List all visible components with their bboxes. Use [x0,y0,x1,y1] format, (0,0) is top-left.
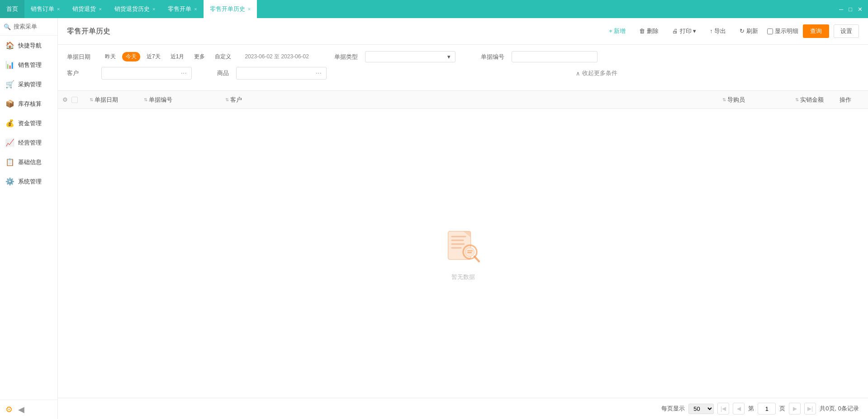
page-title: 零售开单历史 [67,27,110,42]
date-tabs: 昨天 今天 近7天 近1月 更多 自定义 [101,52,235,61]
tab-home[interactable]: 首页 [0,0,24,18]
search-label: 搜索采单 [14,23,37,31]
last-page-btn[interactable]: ▶| [804,403,816,414]
next-page-btn[interactable]: ▶ [789,403,801,414]
col-checkbox [71,97,86,103]
customer-filter-label: 客户 [67,69,94,77]
col-bill-no-label: 单据编号 [149,96,172,104]
pagination: 每页显示 50 10 20 100 |◀ ◀ 第 页 ▶ ▶| 共0页, 0条记… [58,398,868,419]
sales-icon: 📊 [5,61,14,69]
date-tab-1month[interactable]: 近1月 [167,52,188,61]
col-action-header: 操作 [827,96,863,104]
type-select[interactable]: ▾ [365,51,455,62]
date-tab-today[interactable]: 今天 [122,52,140,61]
date-tab-more[interactable]: 更多 [190,52,209,61]
sidebar-label-operations: 经营管理 [18,139,42,147]
basic-info-icon: 📋 [5,158,14,166]
filter-row-date: 单据日期 昨天 今天 近7天 近1月 更多 自定义 2023-06-02 至 2… [67,51,859,62]
delete-button[interactable]: 🗑 删除 [635,25,663,38]
tab-returns-close[interactable]: × [99,6,101,12]
export-button[interactable]: ↑ 导出 [705,25,730,38]
tab-returns-history[interactable]: 销货退货历史 × [108,0,161,18]
minimize-btn[interactable]: ─ [839,6,843,13]
date-tab-custom[interactable]: 自定义 [211,52,235,61]
maximize-btn[interactable]: □ [849,6,852,13]
sidebar-label-sales: 销售管理 [18,61,42,69]
sidebar: 🔍 搜索采单 🏠 快捷导航 📊 销售管理 🛒 采购管理 📦 库存核算 💰 资金管… [0,18,58,419]
sidebar-item-inventory[interactable]: 📦 库存核算 [0,94,57,113]
bill-no-input[interactable] [512,51,598,62]
total-label: 共0页, 0条记录 [820,405,859,413]
sidebar-bottom: ⚙ ◀ [0,400,57,419]
tab-retail-open[interactable]: 零售开单 × [161,0,203,18]
sidebar-search[interactable]: 🔍 搜索采单 [0,18,57,36]
display-detail-label: 显示明细 [775,27,798,35]
col-action-label: 操作 [840,96,851,104]
goods-filter-label: 商品 [217,69,229,77]
collapse-sidebar-icon[interactable]: ◀ [18,405,24,414]
per-page-label: 每页显示 [661,405,685,413]
add-button[interactable]: + 新增 [604,25,630,38]
settings-button[interactable]: 设置 [834,24,859,38]
date-tab-yesterday[interactable]: 昨天 [101,52,119,61]
sidebar-item-purchase[interactable]: 🛒 采购管理 [0,75,57,94]
tab-retail-open-label: 零售开单 [168,5,191,13]
empty-state: 暂无数据 [58,109,868,398]
sort-up-icon: ⇅ [90,97,93,102]
goods-input[interactable]: ··· [236,67,327,80]
date-filter-label: 单据日期 [67,53,94,61]
page-input[interactable] [758,403,776,414]
col-bill-no-header[interactable]: ⇅ 单据编号 [140,96,222,104]
tab-returns-label: 销货退货 [72,5,96,13]
close-btn-window[interactable]: ✕ [858,6,863,13]
col-guide-header[interactable]: ⇅ 导购员 [719,96,773,104]
sidebar-label-system: 系统管理 [18,178,42,186]
toolbar: + 新增 🗑 删除 🖨 打印 ▾ ↑ 导出 ↻ 刷新 显示明细 查询 设置 [604,24,859,44]
select-all-checkbox[interactable] [71,97,78,103]
col-customer-header[interactable]: ⇅ 客户 [222,96,719,104]
tab-returns-history-label: 销货退货历史 [114,5,150,13]
display-detail-checkbox[interactable] [767,28,773,34]
query-button[interactable]: 查询 [803,24,829,38]
sidebar-item-sales[interactable]: 📊 销售管理 [0,55,57,75]
svg-line-8 [474,256,479,261]
print-button[interactable]: 🖨 打印 ▾ [668,25,701,38]
sidebar-item-operations[interactable]: 📈 经营管理 [0,133,57,152]
sidebar-item-basic-info[interactable]: 📋 基础信息 [0,152,57,172]
inventory-icon: 📦 [5,99,14,108]
per-page-select[interactable]: 50 10 20 100 [688,404,714,414]
tab-returns[interactable]: 销货退货 × [66,0,108,18]
date-tab-7days[interactable]: 近7天 [143,52,164,61]
sidebar-item-navigation[interactable]: 🏠 快捷导航 [0,36,57,55]
customer-ellipsis[interactable]: ··· [181,69,187,77]
operations-icon: 📈 [5,138,14,147]
tab-retail-open-close[interactable]: × [194,6,197,12]
customer-input[interactable]: ··· [101,67,192,80]
display-detail-toggle[interactable]: 显示明细 [767,27,798,35]
prev-page-btn[interactable]: ◀ [733,403,745,414]
window-controls: ─ □ ✕ [834,6,868,13]
settings-gear-icon[interactable]: ⚙ [5,405,13,414]
sort-amount-icon: ⇅ [795,97,799,102]
first-page-btn[interactable]: |◀ [717,403,729,414]
refresh-button[interactable]: ↻ 刷新 [735,25,763,38]
sidebar-item-system[interactable]: ⚙️ 系统管理 [0,172,57,191]
goods-ellipsis[interactable]: ··· [316,69,322,77]
tab-sales-order[interactable]: 销售订单 × [24,0,66,18]
col-date-header[interactable]: ⇅ 单据日期 [86,96,140,104]
main-layout: 🔍 搜索采单 🏠 快捷导航 📊 销售管理 🛒 采购管理 📦 库存核算 💰 资金管… [0,18,868,419]
collapse-label: 收起更多条件 [582,69,617,77]
tab-retail-history-close[interactable]: × [248,6,251,12]
col-date-label: 单据日期 [95,96,118,104]
search-icon: 🔍 [4,24,11,30]
sidebar-item-finance[interactable]: 💰 资金管理 [0,113,57,133]
collapse-more-btn[interactable]: ∧ 收起更多条件 [576,67,617,79]
tab-sales-order-close[interactable]: × [57,6,60,12]
tab-retail-history[interactable]: 零售开单历史 × [204,0,257,18]
type-filter-label: 单据类型 [334,53,358,61]
table-settings-icon[interactable]: ⚙ [62,96,68,103]
col-amount-header[interactable]: ⇅ 实销金额 [773,96,827,104]
tab-returns-history-close[interactable]: × [152,6,155,12]
purchase-icon: 🛒 [5,80,14,89]
svg-rect-2 [451,240,464,241]
